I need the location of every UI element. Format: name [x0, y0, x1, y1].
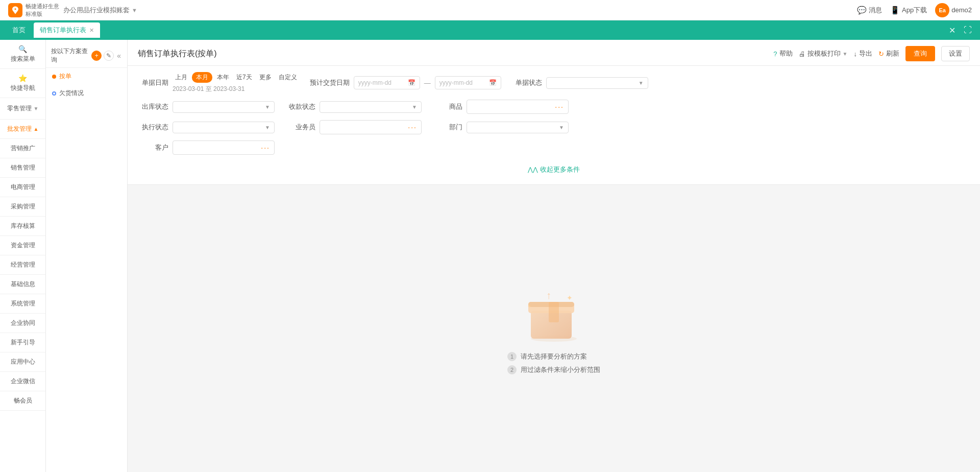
filter-row-4: 客户 ···	[138, 140, 970, 155]
tab-close-icon[interactable]: ✕	[89, 27, 94, 34]
star-icon: ⭐	[18, 74, 27, 82]
sidebar-item-enterprise-collab[interactable]: 企业协同	[0, 314, 45, 333]
export-icon: ↓	[854, 50, 857, 58]
page-title: 销售订单执行表(按单)	[138, 49, 217, 59]
sidebar-item-quick-nav[interactable]: ⭐ 快捷导航	[0, 69, 45, 98]
sidebar-item-operations-mgmt[interactable]: 经营管理	[0, 255, 45, 275]
tab-bar-actions: ✕ ⛶	[947, 23, 974, 37]
scheme-item-debt[interactable]: 欠货情况	[46, 85, 127, 102]
filter-group-bill-status: 单据状态 ▼	[511, 77, 648, 89]
main-layout: 🔍 搜索菜单 ⭐ 快捷导航 零售管理 ▼ 批发管理 ▲ 营销推广 销售管理 电商…	[0, 40, 980, 472]
tab-sales-order[interactable]: 销售订单执行表 ✕	[34, 22, 100, 38]
date-shortcut-custom[interactable]: 自定义	[276, 72, 300, 83]
exec-status-label: 执行状态	[138, 123, 168, 132]
date-shortcut-last-month[interactable]: 上月	[173, 72, 190, 83]
expected-date-end-input[interactable]: yyyy-mm-dd 📅	[435, 76, 501, 89]
scheme-inactive-dot	[52, 91, 56, 96]
bill-status-select[interactable]: ▼	[546, 77, 648, 89]
date-shortcut-current-year[interactable]: 本年	[214, 72, 232, 83]
sidebar-item-inventory[interactable]: 库存核算	[0, 217, 45, 236]
page-header: 销售订单执行表(按单) ? 帮助 🖨 按模板打印 ▼ ↓	[128, 40, 980, 66]
sidebar-item-purchase-mgmt[interactable]: 采购管理	[0, 197, 45, 217]
exec-status-select[interactable]: ▼	[173, 122, 275, 133]
empty-state: ✦ ✦ ↑	[507, 282, 600, 374]
message-icon: 💬	[857, 6, 867, 15]
sidebar-item-marketing[interactable]: 营销推广	[0, 139, 45, 158]
sidebar-item-basic-info[interactable]: 基础信息	[0, 275, 45, 294]
delivery-status-label: 出库状态	[138, 102, 168, 111]
dept-chevron-icon: ▼	[559, 125, 564, 130]
expected-date-start-input[interactable]: yyyy-mm-dd 📅	[354, 76, 420, 89]
refresh-icon: ↻	[878, 50, 884, 58]
collapse-more-button[interactable]: ⋀⋀ 收起更多条件	[524, 161, 584, 178]
query-button[interactable]: 查询	[905, 46, 935, 61]
sidebar-item-system-mgmt[interactable]: 系统管理	[0, 294, 45, 314]
help-button[interactable]: ? 帮助	[773, 49, 792, 58]
sidebar-item-search-menu[interactable]: 🔍 搜索菜单	[0, 40, 45, 69]
customer-label: 客户	[138, 143, 168, 152]
sidebar-item-wholesale-mgmt[interactable]: 批发管理 ▲	[0, 120, 45, 138]
scheme-collapse-button[interactable]: «	[116, 51, 122, 61]
filter-group-salesperson: 业务员 ···	[285, 120, 422, 134]
message-button[interactable]: 💬 消息	[857, 6, 882, 15]
top-bar: 畅捷通好生意 标准版 办公用品行业模拟账套 ▼ 💬 消息 📱 App下载 Ea …	[0, 0, 980, 20]
settings-button[interactable]: 设置	[941, 46, 970, 61]
print-icon: 🖨	[799, 50, 805, 58]
payment-status-select[interactable]: ▼	[320, 101, 422, 113]
payment-status-chevron-icon: ▼	[412, 104, 417, 110]
page-actions: ? 帮助 🖨 按模板打印 ▼ ↓ 导出 ↻	[773, 46, 970, 61]
salesperson-multi-select[interactable]: ···	[320, 120, 422, 134]
calendar-end-icon: 📅	[489, 79, 497, 86]
empty-hint-1: 1 请先选择要分析的方案	[507, 352, 600, 361]
print-button[interactable]: 🖨 按模板打印 ▼	[799, 49, 848, 58]
dept-label: 部门	[432, 123, 462, 132]
goods-multi-select[interactable]: ···	[467, 100, 569, 114]
tab-home[interactable]: 首页	[6, 22, 32, 38]
scheme-panel-header: 按以下方案查询 + ✎ «	[46, 44, 127, 68]
sidebar-item-sales-mgmt[interactable]: 销售管理	[0, 158, 45, 178]
date-shortcut-more[interactable]: 更多	[257, 72, 274, 83]
sidebar-item-new-guide[interactable]: 新手引导	[0, 333, 45, 352]
scheme-item-order[interactable]: 按单	[46, 68, 127, 85]
bill-status-chevron-icon: ▼	[639, 80, 644, 86]
sidebar-item-retail-mgmt[interactable]: 零售管理 ▼	[0, 98, 45, 120]
customer-multi-select[interactable]: ···	[173, 140, 275, 155]
collapse-area: ⋀⋀ 收起更多条件	[138, 161, 970, 178]
maximize-window-button[interactable]: ⛶	[962, 23, 974, 37]
refresh-button[interactable]: ↻ 刷新	[878, 49, 899, 58]
delivery-status-select[interactable]: ▼	[173, 101, 275, 113]
logo-area: 畅捷通好生意 标准版	[8, 3, 59, 17]
download-icon: 📱	[890, 6, 900, 15]
expected-date-label: 预计交货日期	[310, 78, 350, 87]
filter-group-payment-status: 收款状态 ▼	[285, 101, 422, 113]
sidebar: 🔍 搜索菜单 ⭐ 快捷导航 零售管理 ▼ 批发管理 ▲ 营销推广 销售管理 电商…	[0, 40, 46, 472]
chevron-up-icon: ▲	[34, 126, 39, 132]
scheme-edit-button[interactable]: ✎	[104, 51, 114, 61]
payment-status-label: 收款状态	[285, 102, 315, 111]
date-shortcut-current-month[interactable]: 本月	[192, 72, 212, 83]
empty-hint-2: 2 用过滤条件来缩小分析范围	[507, 365, 600, 374]
scheme-panel: 按以下方案查询 + ✎ « 按单	[46, 40, 128, 472]
hint-num-1: 1	[507, 352, 517, 361]
svg-rect-5	[549, 302, 559, 322]
export-button[interactable]: ↓ 导出	[854, 49, 873, 58]
sidebar-item-enterprise-wechat[interactable]: 企业微信	[0, 372, 45, 391]
user-menu[interactable]: Ea demo2	[935, 3, 972, 17]
date-shortcut-last-7-days[interactable]: 近7天	[234, 72, 255, 83]
filter-group-date: 单据日期 上月 本月 本年 近7天 更多 自定义 20	[138, 72, 300, 93]
filter-row-3: 执行状态 ▼ 业务员 ···	[138, 120, 970, 134]
date-range-text: 2023-03-01 至 2023-03-31	[173, 85, 300, 93]
scheme-add-button[interactable]: +	[91, 51, 102, 61]
goods-label: 商品	[432, 102, 462, 111]
sidebar-item-member[interactable]: 畅会员	[0, 391, 45, 411]
sidebar-item-app-center[interactable]: 应用中心	[0, 352, 45, 372]
close-window-button[interactable]: ✕	[947, 23, 958, 37]
sidebar-item-finance-mgmt[interactable]: 资金管理	[0, 236, 45, 255]
goods-more-icon: ···	[555, 103, 564, 111]
sidebar-item-ecommerce-mgmt[interactable]: 电商管理	[0, 178, 45, 197]
app-download-button[interactable]: 📱 App下载	[890, 6, 927, 15]
logo-text: 畅捷通好生意 标准版	[26, 3, 59, 17]
dept-select[interactable]: ▼	[467, 122, 569, 133]
breadcrumb-arrow-icon[interactable]: ▼	[132, 7, 137, 13]
bill-status-label: 单据状态	[511, 78, 542, 87]
